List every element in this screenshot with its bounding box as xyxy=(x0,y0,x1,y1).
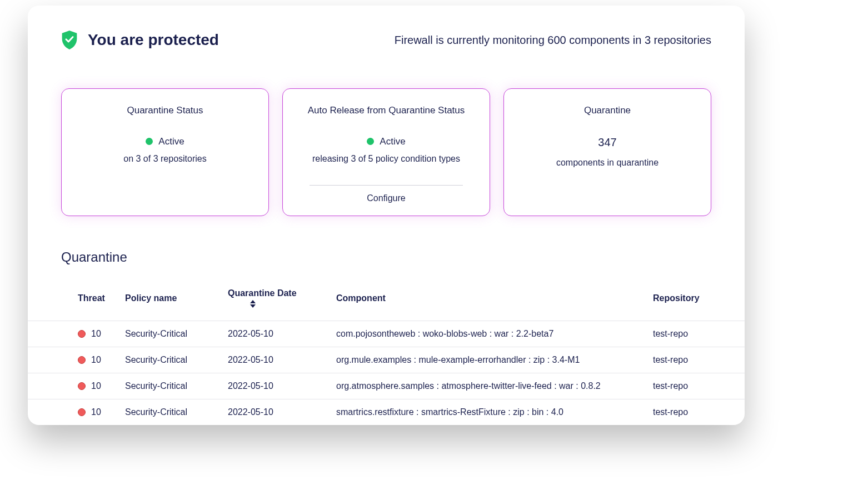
count-detail: components in quarantine xyxy=(515,157,700,169)
col-header-repo[interactable]: Repository xyxy=(647,281,745,321)
active-dot-icon xyxy=(367,138,374,145)
status-cards-row: Quarantine Status Active on 3 of 3 repos… xyxy=(28,88,745,216)
table-row[interactable]: 10Security-Critical2022-05-10org.mule.ex… xyxy=(28,347,745,373)
card-title: Auto Release from Quarantine Status xyxy=(294,104,478,117)
policy-cell: Security-Critical xyxy=(119,373,222,399)
col-header-threat[interactable]: Threat xyxy=(28,281,119,321)
col-header-date[interactable]: Quarantine Date xyxy=(222,281,331,321)
date-cell: 2022-05-10 xyxy=(222,399,331,426)
threat-score: 10 xyxy=(91,329,101,339)
col-header-policy[interactable]: Policy name xyxy=(119,281,222,321)
divider xyxy=(310,185,463,186)
status-detail: on 3 of 3 repositories xyxy=(73,153,257,165)
threat-cell: 10 xyxy=(28,373,119,399)
threat-score: 10 xyxy=(91,355,101,365)
active-dot-icon xyxy=(146,138,153,145)
threat-score: 10 xyxy=(91,407,101,417)
date-cell: 2022-05-10 xyxy=(222,347,331,373)
threat-dot-icon xyxy=(78,408,86,416)
policy-cell: Security-Critical xyxy=(119,347,222,373)
threat-score: 10 xyxy=(91,381,101,391)
date-cell: 2022-05-10 xyxy=(222,373,331,399)
auto-release-card[interactable]: Auto Release from Quarantine Status Acti… xyxy=(282,88,490,216)
configure-link[interactable]: Configure xyxy=(294,193,478,203)
header-row: You are protected Firewall is currently … xyxy=(28,31,745,49)
policy-cell: Security-Critical xyxy=(119,399,222,426)
col-header-component[interactable]: Component xyxy=(331,281,647,321)
threat-dot-icon xyxy=(78,382,86,390)
component-cell: smartrics.restfixture : smartrics-RestFi… xyxy=(331,399,647,426)
table-row[interactable]: 10Security-Critical2022-05-10org.atmosph… xyxy=(28,373,745,399)
component-cell: org.mule.examples : mule-example-errorha… xyxy=(331,347,647,373)
header-left: You are protected xyxy=(61,31,219,49)
component-cell: com.pojosontheweb : woko-blobs-web : war… xyxy=(331,321,647,347)
repo-cell: test-repo xyxy=(647,399,745,426)
quarantine-count-card[interactable]: Quarantine 347 components in quarantine xyxy=(503,88,711,216)
monitoring-summary: Firewall is currently monitoring 600 com… xyxy=(395,34,711,47)
shield-check-icon xyxy=(61,31,78,49)
quarantine-table: Threat Policy name Quarantine Date Compo… xyxy=(28,281,745,425)
table-header-row: Threat Policy name Quarantine Date Compo… xyxy=(28,281,745,321)
table-row[interactable]: 10Security-Critical2022-05-10com.pojoson… xyxy=(28,321,745,347)
threat-dot-icon xyxy=(78,356,86,364)
quarantine-section-title: Quarantine xyxy=(28,249,745,265)
quarantine-status-card[interactable]: Quarantine Status Active on 3 of 3 repos… xyxy=(61,88,269,216)
card-title: Quarantine Status xyxy=(73,104,257,117)
repo-cell: test-repo xyxy=(647,347,745,373)
threat-cell: 10 xyxy=(28,399,119,426)
dashboard-panel: You are protected Firewall is currently … xyxy=(28,6,745,425)
page-title: You are protected xyxy=(88,31,219,49)
policy-cell: Security-Critical xyxy=(119,321,222,347)
date-cell: 2022-05-10 xyxy=(222,321,331,347)
status-text: Active xyxy=(380,136,405,147)
component-cell: org.atmosphere.samples : atmosphere-twit… xyxy=(331,373,647,399)
sort-icon[interactable] xyxy=(250,300,256,308)
status-line: Active xyxy=(73,136,257,147)
quarantine-count: 347 xyxy=(515,136,700,149)
status-detail: releasing 3 of 5 policy condition types xyxy=(294,153,478,165)
repo-cell: test-repo xyxy=(647,373,745,399)
repo-cell: test-repo xyxy=(647,321,745,347)
table-row[interactable]: 10Security-Critical2022-05-10smartrics.r… xyxy=(28,399,745,426)
threat-cell: 10 xyxy=(28,321,119,347)
status-text: Active xyxy=(158,136,184,147)
status-line: Active xyxy=(294,136,478,147)
threat-dot-icon xyxy=(78,330,86,338)
threat-cell: 10 xyxy=(28,347,119,373)
card-title: Quarantine xyxy=(515,104,700,117)
